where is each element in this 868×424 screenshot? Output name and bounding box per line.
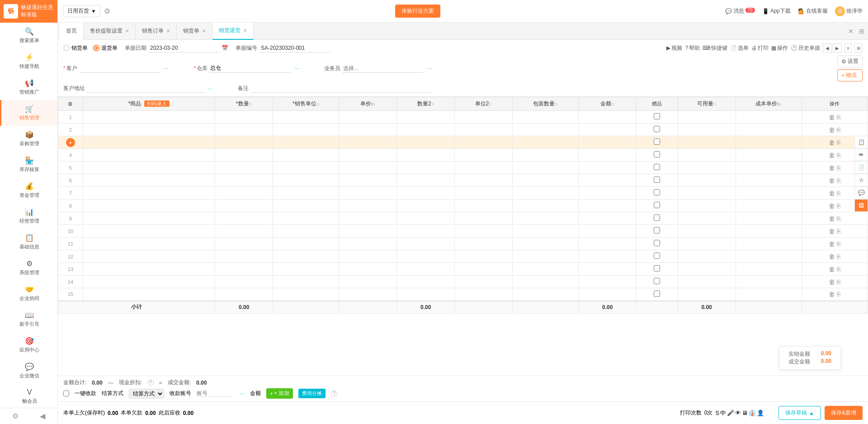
tab-grid-btn[interactable]: ⊞	[857, 27, 866, 36]
amount-cell[interactable]	[579, 174, 637, 187]
cost-price-cell[interactable]	[736, 111, 802, 124]
available-cell[interactable]	[678, 136, 736, 149]
operate-btn[interactable]: ▦ 操作	[771, 44, 788, 52]
sales-unit-cell[interactable]	[273, 263, 339, 276]
product-cell[interactable]	[83, 276, 215, 288]
pack-qty-cell[interactable]	[513, 225, 579, 238]
cost-price-cell[interactable]	[736, 162, 802, 174]
cost-price-cell[interactable]	[736, 225, 802, 238]
unit2-cell[interactable]	[455, 276, 513, 288]
delete-row-btn[interactable]: 🗑	[829, 190, 835, 197]
unit-price-cell[interactable]	[339, 149, 397, 162]
copy-row-btn[interactable]: ⎘	[837, 139, 840, 146]
unit2-cell[interactable]	[455, 263, 513, 276]
sidebar-item-quick-nav[interactable]: ⚡ 快捷导航	[0, 48, 57, 74]
date-input[interactable]	[148, 44, 220, 52]
float-btn-3[interactable]: 📄	[854, 161, 868, 174]
tab-sales-order[interactable]: 销售订单 ✕	[136, 23, 177, 40]
copy-row-btn[interactable]: ⎘	[837, 240, 840, 248]
copy-row-btn[interactable]: ⎘	[837, 228, 840, 235]
sales-unit-cell[interactable]	[273, 225, 339, 238]
sales-unit-cell[interactable]	[273, 136, 339, 149]
copy-row-btn[interactable]: ⎘	[837, 190, 840, 197]
product-cell[interactable]	[83, 212, 215, 225]
unit2-cell[interactable]	[455, 187, 513, 200]
float-btn-5[interactable]: 💬	[854, 186, 868, 199]
available-cell[interactable]	[678, 111, 736, 124]
add-logistics-btn[interactable]: + 物流	[837, 69, 863, 81]
available-cell[interactable]	[678, 149, 736, 162]
sales-unit-cell[interactable]	[273, 124, 339, 136]
tab-sales-close[interactable]: ✕	[202, 29, 206, 33]
copy-row-btn[interactable]: ⎘	[837, 266, 840, 273]
gift-cell[interactable]	[637, 136, 678, 149]
quantity2-cell[interactable]	[397, 238, 455, 250]
delete-row-btn[interactable]: 🗑	[829, 266, 835, 273]
copy-row-btn[interactable]: ⎘	[837, 278, 840, 286]
unit2-cell[interactable]	[455, 136, 513, 149]
gift-checkbox[interactable]	[654, 164, 660, 170]
unit2-cell[interactable]	[455, 225, 513, 238]
float-btn-2[interactable]: ✏	[854, 148, 868, 161]
sales-unit-cell[interactable]	[273, 276, 339, 288]
quantity2-cell[interactable]	[397, 174, 455, 187]
sidebar-item-inventory[interactable]: 🏪 库存核算	[0, 152, 57, 177]
delete-row-btn[interactable]: 🗑	[829, 152, 835, 159]
quantity2-cell[interactable]	[397, 263, 455, 276]
pack-qty-cell[interactable]	[513, 174, 579, 187]
remark-input[interactable]	[250, 84, 431, 93]
sales-unit-cell[interactable]	[273, 212, 339, 225]
amount-cell[interactable]	[579, 212, 637, 225]
available-cell[interactable]	[678, 200, 736, 212]
gift-checkbox[interactable]	[654, 291, 660, 297]
unit2-cell[interactable]	[455, 111, 513, 124]
quantity2-cell[interactable]	[397, 149, 455, 162]
quantity2-cell[interactable]	[397, 250, 455, 263]
amount-cell[interactable]	[579, 111, 637, 124]
try-industry-btn[interactable]: 体验行业方案	[395, 5, 440, 18]
available-cell[interactable]	[678, 225, 736, 238]
quantity2-cell[interactable]	[397, 124, 455, 136]
quantity2-cell[interactable]	[397, 187, 455, 200]
pack-qty-cell[interactable]	[513, 200, 579, 212]
gift-cell[interactable]	[637, 200, 678, 212]
quantity-cell[interactable]	[215, 187, 273, 200]
shortcut-btn[interactable]: ⌨ 快捷键	[703, 44, 727, 52]
gift-checkbox[interactable]	[654, 151, 660, 157]
sidebar-item-marketing[interactable]: 📢 营销推广	[0, 74, 57, 100]
available-cell[interactable]	[678, 187, 736, 200]
add-payment-btn[interactable]: + + 添加	[266, 388, 293, 399]
sidebar-item-base[interactable]: 📋 基础信息	[0, 229, 57, 255]
fee-help-icon[interactable]: ?	[331, 391, 337, 396]
select-btn[interactable]: 📄 选单	[730, 44, 749, 52]
unit2-cell[interactable]	[455, 212, 513, 225]
pack-qty-cell[interactable]	[513, 276, 579, 288]
gift-cell[interactable]	[637, 124, 678, 136]
sidebar-item-ops[interactable]: 📊 经营管理	[0, 203, 57, 229]
unit-price-cell[interactable]	[339, 225, 397, 238]
quantity2-cell[interactable]	[397, 276, 455, 288]
sidebar-item-wechat[interactable]: 💬 企业微信	[0, 358, 57, 384]
available-cell[interactable]	[678, 212, 736, 225]
unit2-cell[interactable]	[455, 124, 513, 136]
cost-price-cell[interactable]	[736, 174, 802, 187]
notification-btn[interactable]: 💬 消息 70	[725, 7, 755, 15]
available-cell[interactable]	[678, 238, 736, 250]
one-click-pay-checkbox[interactable]	[63, 391, 69, 396]
unit-price-cell[interactable]	[339, 250, 397, 263]
quantity-cell[interactable]	[215, 111, 273, 124]
sales-unit-cell[interactable]	[273, 162, 339, 174]
copy-row-btn[interactable]: ⎘	[837, 114, 840, 121]
quantity-cell[interactable]	[215, 200, 273, 212]
toolbar-icon-monitor[interactable]: 🖥	[742, 410, 748, 416]
quantity-cell[interactable]	[215, 149, 273, 162]
unit-price-cell[interactable]	[339, 162, 397, 174]
gift-cell[interactable]	[637, 238, 678, 250]
product-input[interactable]	[85, 139, 213, 146]
cost-price-cell[interactable]	[736, 124, 802, 136]
scan-tag[interactable]: 扫码录入	[144, 100, 170, 107]
account-picker[interactable]: ···	[240, 391, 245, 397]
salesperson-picker-icon[interactable]: ···	[427, 65, 432, 71]
fee-split-btn[interactable]: 费用分摊	[298, 389, 326, 398]
sales-unit-cell[interactable]	[273, 174, 339, 187]
